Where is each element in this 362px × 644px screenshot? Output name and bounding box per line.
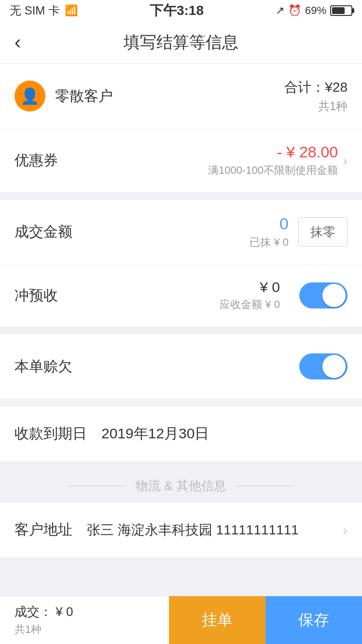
transaction-section: 成交金额 0 已抹 ¥ 0 抹零 冲预收 ¥ 0 应收金额 ¥ 0 (0, 200, 362, 326)
back-button[interactable]: ‹ (14, 31, 21, 53)
coupon-chevron-icon: › (343, 153, 348, 169)
due-date-value[interactable]: 2019年12月30日 (101, 424, 209, 444)
status-right: ↗ ⏰ 69% (276, 4, 352, 17)
wifi-icon: 📶 (65, 4, 78, 17)
alarm-icon: ⏰ (288, 4, 301, 17)
status-left: 无 SIM 卡 📶 (10, 3, 78, 18)
customer-left: 👤 零散客户 (14, 81, 113, 112)
bottom-transaction-value: ¥ 0 (56, 604, 73, 619)
battery-bar (330, 5, 352, 16)
debt-toggle-thumb (322, 355, 346, 378)
prepay-toggle[interactable] (299, 282, 348, 308)
bottom-info: 成交： ¥ 0 共1种 (0, 596, 169, 644)
coupon-content: - ¥ 28.00 满1000-100不限制使用金额 (208, 143, 338, 178)
hang-button[interactable]: 挂单 (169, 596, 265, 644)
address-value: 张三 海淀永丰科技园 11111111111 (87, 521, 343, 539)
status-time: 下午3:18 (150, 1, 204, 20)
prepay-row: 冲预收 ¥ 0 应收金额 ¥ 0 (0, 264, 362, 326)
transaction-right: 0 已抹 ¥ 0 抹零 (250, 214, 348, 250)
due-date-row: 收款到期日 2019年12月30日 (0, 406, 362, 461)
prepay-sub: 应收金额 ¥ 0 (220, 297, 280, 312)
bottom-count: 共1种 (14, 622, 154, 637)
address-label: 客户地址 (14, 520, 72, 540)
bottom-bar: 成交： ¥ 0 共1种 挂单 保存 (0, 596, 362, 644)
logistics-label: 物流 & 其他信息 (68, 477, 294, 494)
debt-toggle[interactable] (299, 353, 348, 379)
prepay-right-area: ¥ 0 应收金额 ¥ 0 (220, 279, 348, 312)
debt-section: 本单赊欠 (0, 334, 362, 399)
avatar-icon: 👤 (20, 87, 40, 105)
transaction-amount[interactable]: 0 (250, 214, 289, 233)
coupon-amount: - ¥ 28.00 (208, 143, 338, 161)
save-button[interactable]: 保存 (265, 596, 362, 644)
coupon-label: 优惠券 (14, 151, 58, 170)
prepay-amount: ¥ 0 (260, 279, 280, 295)
page-title: 填写结算等信息 (124, 31, 238, 54)
battery-fill (332, 7, 345, 14)
logistics-text: 物流 & 其他信息 (136, 477, 226, 494)
logistics-line-left (68, 486, 126, 486)
coupon-row[interactable]: 优惠券 - ¥ 28.00 满1000-100不限制使用金额 › (0, 128, 362, 192)
address-row[interactable]: 客户地址 张三 海淀永丰科技园 11111111111 › (0, 503, 362, 557)
transaction-sub: 已抹 ¥ 0 (250, 235, 289, 250)
battery-label: 69% (305, 4, 326, 17)
logistics-line-right (236, 486, 294, 486)
nav-bar: ‹ 填写结算等信息 (0, 21, 362, 64)
content: 👤 零散客户 合计：¥28 共1种 优惠券 - ¥ 28.00 满1000-10… (0, 64, 362, 615)
coupon-desc: 满1000-100不限制使用金额 (208, 163, 338, 178)
logistics-header: 物流 & 其他信息 (0, 469, 362, 503)
prepay-label: 冲预收 (14, 286, 58, 306)
round-button[interactable]: 抹零 (298, 217, 348, 247)
bottom-transaction-label: 成交： (14, 604, 52, 619)
customer-summary: 合计：¥28 共1种 (284, 78, 348, 114)
customer-avatar: 👤 (14, 81, 45, 112)
carrier-label: 无 SIM 卡 (10, 3, 60, 18)
prepay-amount-area: ¥ 0 应收金额 ¥ 0 (220, 279, 280, 312)
customer-row: 👤 零散客户 合计：¥28 共1种 (0, 64, 362, 128)
toggle-thumb (322, 284, 346, 307)
customer-name: 零散客户 (55, 86, 113, 106)
transaction-row: 成交金额 0 已抹 ¥ 0 抹零 (0, 200, 362, 264)
total-label: 合计：¥28 (284, 78, 348, 97)
location-icon: ↗ (276, 4, 284, 17)
transaction-label: 成交金额 (14, 222, 72, 242)
due-date-label: 收款到期日 (14, 424, 87, 444)
transaction-amount-area: 0 已抹 ¥ 0 (250, 214, 289, 250)
bottom-transaction: 成交： ¥ 0 (14, 603, 154, 620)
customer-section: 👤 零散客户 合计：¥28 共1种 优惠券 - ¥ 28.00 满1000-10… (0, 64, 362, 192)
total-count: 共1种 (284, 98, 348, 114)
address-chevron-icon: › (343, 522, 348, 538)
status-bar: 无 SIM 卡 📶 下午3:18 ↗ ⏰ 69% (0, 0, 362, 21)
debt-label: 本单赊欠 (14, 357, 72, 377)
coupon-right: - ¥ 28.00 满1000-100不限制使用金额 › (208, 143, 348, 178)
